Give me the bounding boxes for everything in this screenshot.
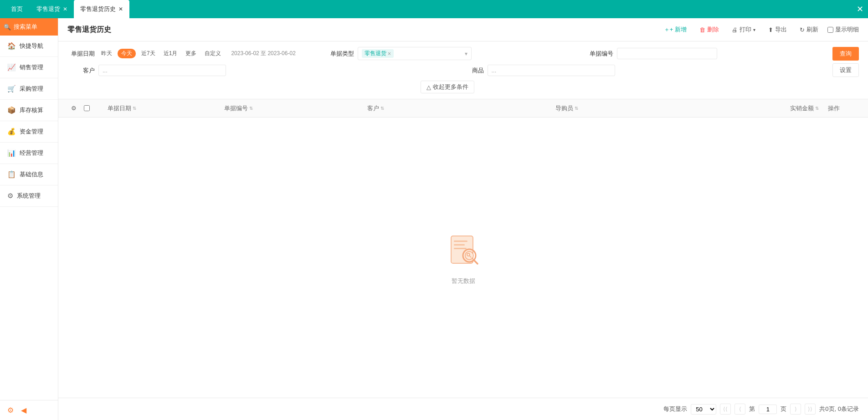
date-more[interactable]: 更多: [183, 49, 199, 58]
home-icon: 🏠: [7, 42, 16, 50]
content-area: 零售退货历史 ＋ + 新增 🗑 删除 🖨 打印 ▾ ⬆ 导出: [58, 18, 868, 420]
sidebar-item-purchase[interactable]: 🛒 采购管理: [0, 78, 58, 100]
sidebar-search[interactable]: 🔍 搜索菜单: [0, 18, 58, 36]
page-size-select[interactable]: 50 100 200: [691, 404, 716, 415]
goods-filter-label: 商品: [457, 67, 484, 75]
management-icon: 📊: [7, 149, 16, 157]
page-title: 零售退货历史: [67, 25, 111, 35]
collapse-sidebar-icon[interactable]: ◀: [21, 406, 26, 415]
date-7days[interactable]: 近7天: [139, 49, 158, 58]
doc-number-input[interactable]: [617, 48, 717, 59]
page-prev-button[interactable]: ⟨: [734, 404, 745, 415]
export-icon: ⬆: [768, 26, 773, 33]
date-today[interactable]: 今天: [118, 49, 136, 58]
doc-type-dropdown-icon: ▾: [465, 51, 467, 57]
sidebar-item-inventory[interactable]: 📦 库存核算: [0, 100, 58, 121]
svg-rect-2: [454, 244, 465, 246]
sort-number-icon: ⇅: [249, 106, 253, 111]
print-button[interactable]: 🖨 打印 ▾: [728, 24, 759, 36]
sidebar-label-quick-nav: 快捷导航: [20, 42, 43, 50]
doc-type-select[interactable]: 零售退货 × ▾: [358, 47, 472, 60]
add-button[interactable]: ＋ + 新增: [660, 24, 690, 36]
sidebar-item-basic-info[interactable]: 📋 基础信息: [0, 164, 58, 185]
export-button[interactable]: ⬆ 导出: [765, 24, 791, 36]
refresh-icon: ↻: [800, 26, 805, 33]
sidebar-item-finance[interactable]: 💰 资金管理: [0, 121, 58, 143]
sidebar-label-finance: 资金管理: [20, 128, 43, 136]
th-action: 操作: [824, 104, 861, 113]
date-filter-group: 单据日期 昨天 今天 近7天 近1月 更多 自定义 2023-06-02 至 2…: [67, 49, 308, 58]
query-button[interactable]: 查询: [832, 47, 859, 61]
sidebar-item-quick-nav[interactable]: 🏠 快捷导航: [0, 36, 58, 57]
tab-retail-return[interactable]: 零售退货 ✕: [30, 0, 74, 18]
date-custom[interactable]: 自定义: [202, 49, 224, 58]
window-close-button[interactable]: ✕: [857, 4, 863, 14]
th-guide[interactable]: 导购员 ⇅: [552, 104, 693, 113]
sidebar-item-system[interactable]: ⚙ 系统管理: [0, 185, 58, 207]
page-number-input[interactable]: [759, 405, 777, 414]
date-yesterday[interactable]: 昨天: [98, 49, 115, 58]
sidebar: 🔍 搜索菜单 🏠 快捷导航 📈 销售管理 🛒 采购管理 📦 库存核算 💰 资金管…: [0, 18, 58, 420]
close-retail-return-tab[interactable]: ✕: [63, 6, 67, 12]
doc-type-label: 单据类型: [327, 50, 354, 58]
doc-number-label: 单据编号: [586, 50, 613, 58]
pagination: 每页显示 50 100 200 ⟨⟨ ⟨ 第 页 ⟩ ⟩⟩ 共0页, 0条记录: [58, 398, 868, 420]
page-first-button[interactable]: ⟨⟨: [720, 404, 731, 415]
sidebar-label-purchase: 采购管理: [20, 85, 43, 93]
no-data-image: [443, 230, 484, 271]
search-icon: 🔍: [4, 24, 11, 31]
page-header: 零售退货历史 ＋ + 新增 🗑 删除 🖨 打印 ▾ ⬆ 导出: [58, 18, 868, 41]
goods-filter-group: 商品 ...: [457, 65, 827, 76]
filter-row-1: 单据日期 昨天 今天 近7天 近1月 更多 自定义 2023-06-02 至 2…: [67, 47, 827, 60]
table-select-all[interactable]: [84, 105, 102, 111]
sales-icon: 📈: [7, 63, 16, 72]
refresh-button[interactable]: ↻ 刷新: [796, 24, 822, 36]
close-retail-return-history-tab[interactable]: ✕: [118, 6, 123, 12]
sidebar-label-basic-info: 基础信息: [20, 170, 43, 179]
show-detail-checkbox[interactable]: [827, 27, 833, 33]
svg-rect-3: [454, 248, 467, 249]
th-amount[interactable]: 实销金额 ⇅: [786, 104, 822, 113]
th-number[interactable]: 单据编号 ⇅: [221, 104, 362, 113]
select-all-checkbox[interactable]: [84, 105, 90, 111]
system-icon: ⚙: [7, 192, 13, 200]
toolbar: ＋ + 新增 🗑 删除 🖨 打印 ▾ ⬆ 导出 ↻: [660, 24, 859, 36]
settings-bottom-icon[interactable]: ⚙: [7, 406, 14, 415]
date-range-display: 2023-06-02 至 2023-06-02: [231, 50, 295, 57]
basic-info-icon: 📋: [7, 170, 16, 179]
customer-filter-label: 客户: [67, 67, 95, 75]
date-1month[interactable]: 近1月: [161, 49, 180, 58]
show-detail-checkbox-label[interactable]: 显示明细: [827, 26, 859, 34]
goods-input[interactable]: ...: [488, 65, 615, 76]
tab-retail-return-history[interactable]: 零售退货历史 ✕: [74, 0, 129, 18]
page-next-button[interactable]: ⟩: [790, 404, 801, 415]
th-customer[interactable]: 客户 ⇅: [364, 104, 550, 113]
sidebar-item-sales[interactable]: 📈 销售管理: [0, 57, 58, 78]
delete-button[interactable]: 🗑 删除: [696, 24, 723, 36]
filter-row-2: 客户 ... 商品 ...: [67, 65, 827, 76]
doc-type-tag-remove[interactable]: ×: [388, 51, 391, 57]
customer-filter-group: 客户 ...: [67, 65, 438, 76]
table-settings-icon[interactable]: ⚙: [66, 105, 82, 112]
th-date[interactable]: 单据日期 ⇅: [104, 104, 219, 113]
sort-customer-icon: ⇅: [380, 106, 384, 111]
sidebar-label-sales: 销售管理: [20, 63, 43, 72]
filter-settings-button[interactable]: 设置: [832, 63, 859, 77]
filter-fields: 单据日期 昨天 今天 近7天 近1月 更多 自定义 2023-06-02 至 2…: [67, 47, 827, 93]
add-icon: ＋: [664, 26, 670, 34]
collapse-filter-button[interactable]: △ 收起更多条件: [421, 81, 474, 93]
empty-state: 暂无数据: [58, 118, 868, 398]
sort-date-icon: ⇅: [133, 106, 136, 111]
customer-input[interactable]: ...: [98, 65, 226, 76]
top-bar: 首页 零售退货 ✕ 零售退货历史 ✕ ✕: [0, 0, 868, 18]
filter-content: 单据日期 昨天 今天 近7天 近1月 更多 自定义 2023-06-02 至 2…: [67, 47, 859, 93]
print-icon: 🖨: [732, 26, 738, 33]
sort-amount-icon: ⇅: [815, 106, 819, 111]
sidebar-bottom: ⚙ ◀: [0, 400, 58, 420]
main-layout: 🔍 搜索菜单 🏠 快捷导航 📈 销售管理 🛒 采购管理 📦 库存核算 💰 资金管…: [0, 18, 868, 420]
tab-home[interactable]: 首页: [4, 0, 30, 18]
doc-type-tag: 零售退货 ×: [362, 49, 394, 58]
page-last-button[interactable]: ⟩⟩: [805, 404, 816, 415]
collapse-icon: △: [426, 84, 431, 91]
sidebar-item-management[interactable]: 📊 经营管理: [0, 143, 58, 164]
